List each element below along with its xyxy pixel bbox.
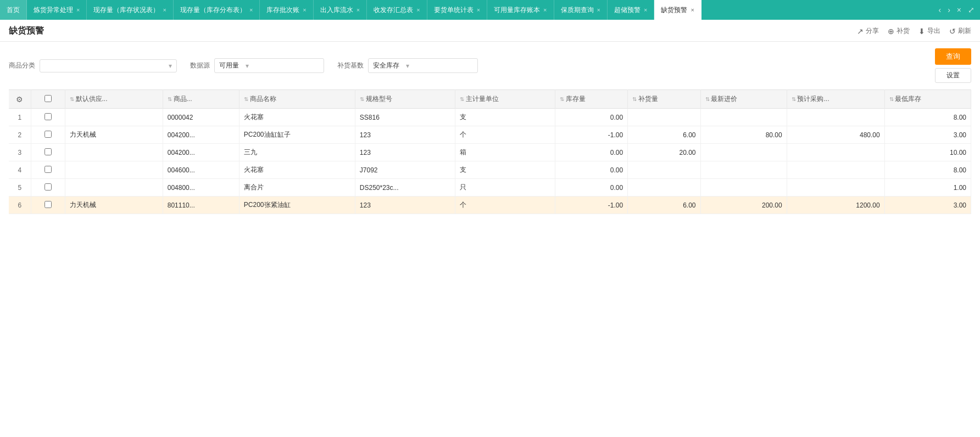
tab-inventory-dist[interactable]: 现存量（库存分布表） × [174,0,260,20]
row-checkbox[interactable] [44,148,52,155]
tab-close-batch-account[interactable]: × [303,7,306,13]
cell-stock: -1.00 [555,126,627,144]
col-est-purchase[interactable]: 预计采购... [787,90,884,109]
tab-abnormal[interactable]: 炼货异常处理 × [27,0,87,20]
col-product-name[interactable]: 商品名称 [239,90,355,109]
share-button[interactable]: ↗ 分享 [857,26,879,36]
row-number: 4 [9,161,31,179]
row-number: 1 [9,109,31,126]
tab-prev-button[interactable]: ‹ [935,4,944,15]
tab-close-window-button[interactable]: × [954,4,965,15]
tab-close-expiry[interactable]: × [597,7,600,13]
cell-latest-price: 200.00 [700,197,787,214]
col-latest-price[interactable]: 最新进价 [700,90,787,109]
category-select[interactable]: ▾ [40,59,177,72]
tab-close-available-ledger[interactable]: × [543,7,547,13]
cell-latest-price [700,144,787,161]
col-supplier[interactable]: 默认供应... [65,90,163,109]
table-scroll: ⚙ 默认供应... 商品... 商品名称 [9,89,971,214]
row-checkbox-cell [31,109,65,126]
replenish-base-select-arrow: ▾ [406,62,409,70]
header-actions: ↗ 分享 ⊕ 补货 ⬇ 导出 ↺ 刷新 [857,26,971,36]
tab-close-order-stats[interactable]: × [477,7,480,13]
cell-supplier [65,179,163,197]
table-row: 3 004200... 三九 123 箱 0.00 20.00 10.00 [9,144,971,161]
query-button[interactable]: 查询 [935,48,971,65]
row-checkbox[interactable] [44,201,52,208]
col-product-code[interactable]: 商品... [163,90,239,109]
col-replenish-qty[interactable]: 补货量 [628,90,700,109]
datasource-value: 可用量 [219,61,239,70]
tab-shortage[interactable]: 缺货预警 × [654,0,701,20]
row-checkbox[interactable] [44,113,52,120]
table-row: 2 力天机械 004200... PC200油缸缸子 123 个 -1.00 6… [9,126,971,144]
tab-close-overstock[interactable]: × [644,7,647,13]
tab-collect[interactable]: 收发存汇总表 × [367,0,427,20]
col-unit[interactable]: 主计量单位 [455,90,555,109]
replenish-base-value: 安全库存 [373,61,399,70]
export-button[interactable]: ⬇ 导出 [918,26,940,36]
cell-est-purchase [787,109,884,126]
row-checkbox[interactable] [44,166,52,173]
col-stock[interactable]: 库存量 [555,90,627,109]
datasource-select-arrow: ▾ [246,62,249,70]
tab-overstock[interactable]: 超储预警 × [608,0,654,20]
row-number: 6 [9,197,31,214]
tab-close-shortage[interactable]: × [691,7,694,13]
cell-min-stock: 3.00 [884,197,971,214]
tab-available-ledger[interactable]: 可用量库存账本 × [487,0,554,20]
cell-spec: 123 [355,144,455,161]
settings-button[interactable]: 设置 [935,68,971,83]
row-checkbox-cell [31,179,65,197]
cell-latest-price [700,109,787,126]
tab-home[interactable]: 首页 [0,0,27,20]
datasource-select[interactable]: 可用量 ▾ [214,58,324,73]
replenish-base-select[interactable]: 安全库存 ▾ [368,58,478,73]
tab-order-stats[interactable]: 要货单统计表 × [427,0,487,20]
tab-expand-button[interactable]: ⤢ [965,4,978,15]
col-min-stock[interactable]: 最低库存 [884,90,971,109]
cell-replenish-qty: 20.00 [628,144,700,161]
row-checkbox[interactable] [44,131,52,138]
datasource-filter-group: 数据源 可用量 ▾ [190,58,324,73]
tab-expiry[interactable]: 保质期查询 × [554,0,608,20]
tab-close-inventory-status[interactable]: × [163,7,166,13]
tab-flow[interactable]: 出入库流水 × [314,0,367,20]
tab-close-inventory-dist[interactable]: × [249,7,253,13]
replenish-icon: ⊕ [888,27,894,36]
table-row: 5 004800... 离合片 DS250*23c... 只 0.00 1.00 [9,179,971,197]
cell-replenish-qty [628,109,700,126]
cell-product-code: 801110... [163,197,239,214]
replenish-button[interactable]: ⊕ 补货 [888,26,910,36]
tab-next-button[interactable]: › [944,4,954,15]
cell-product-name: 离合片 [239,179,355,197]
row-checkbox[interactable] [44,183,52,191]
cell-supplier [65,161,163,179]
cell-latest-price [700,161,787,179]
share-icon: ↗ [857,27,864,36]
tab-close-abnormal[interactable]: × [76,7,80,13]
tab-close-collect[interactable]: × [416,7,420,13]
row-checkbox-cell [31,126,65,144]
cell-min-stock: 8.00 [884,161,971,179]
tab-close-flow[interactable]: × [357,7,360,13]
select-all-checkbox[interactable] [44,95,52,102]
tab-batch-account[interactable]: 库存批次账 × [260,0,313,20]
cell-product-code: 004800... [163,179,239,197]
refresh-button[interactable]: ↺ 刷新 [949,26,971,36]
row-number: 2 [9,126,31,144]
data-table: ⚙ 默认供应... 商品... 商品名称 [9,89,971,214]
cell-product-code: 004600... [163,161,239,179]
cell-spec: 123 [355,197,455,214]
cell-product-name: PC200张紧油缸 [239,197,355,214]
column-settings-icon[interactable]: ⚙ [16,95,23,104]
cell-latest-price [700,179,787,197]
category-select-arrow: ▾ [169,62,172,70]
filter-area: 商品分类 ▾ 数据源 可用量 ▾ 补货基数 安全库存 ▾ 查询 设置 [0,42,980,89]
cell-spec: 123 [355,126,455,144]
cell-product-name: 火花塞 [239,161,355,179]
page-header: 缺货预警 ↗ 分享 ⊕ 补货 ⬇ 导出 ↺ 刷新 [0,20,980,42]
tab-inventory-status[interactable]: 现存量（库存状况表） × [87,0,173,20]
col-spec[interactable]: 规格型号 [355,90,455,109]
cell-stock: 0.00 [555,161,627,179]
